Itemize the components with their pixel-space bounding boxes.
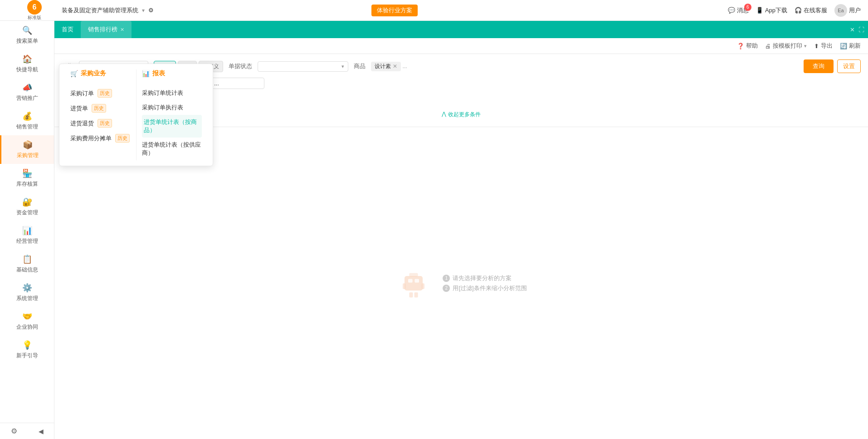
print-btn[interactable]: 🖨 按模板打印 ▾ — [765, 42, 807, 50]
tab-sales-rank[interactable]: 销售排行榜 ✕ — [81, 21, 132, 38]
salesman-select[interactable]: ... — [210, 78, 264, 89]
message-btn[interactable]: 💬 消息 6 — [728, 6, 749, 15]
dropdown-item-return[interactable]: 进货退货 历史 — [70, 116, 131, 131]
home-icon: 🏠 — [22, 54, 32, 64]
sidebar-item-inventory[interactable]: 🏪 库存核算 — [0, 164, 54, 192]
search-icon: 🔍 — [22, 25, 32, 35]
settings-icon[interactable]: ⚙ — [148, 7, 154, 14]
report-item-3-label: 进货单统计表（按供应商） — [142, 141, 202, 157]
tip-num-2: 2 — [443, 285, 450, 292]
app-download-btn[interactable]: 📱 App下载 — [756, 6, 787, 15]
phone-icon: 📱 — [756, 7, 763, 14]
voucher-status-select[interactable]: ▾ — [258, 61, 348, 72]
purchase-icon: 📦 — [23, 140, 33, 150]
tab-home[interactable]: 首页 — [54, 21, 81, 38]
goods-label: 商品 — [354, 62, 366, 70]
sidebar-label-basic-info: 基础信息 — [16, 266, 38, 274]
sidebar-item-search[interactable]: 🔍 搜索菜单 — [0, 21, 54, 49]
dropdown-item-inbound[interactable]: 进货单 历史 — [70, 101, 131, 116]
sidebar-item-finance[interactable]: 🔐 资金管理 — [0, 192, 54, 221]
user-btn[interactable]: Ea 用户 — [834, 4, 861, 17]
collapse-icon: ⋀ — [442, 111, 446, 118]
user-label: 用户 — [849, 6, 861, 15]
sidebar-label-search: 搜索菜单 — [16, 37, 38, 45]
sidebar-item-quick-nav[interactable]: 🏠 快捷导航 — [0, 49, 54, 78]
svg-rect-4 — [422, 283, 424, 289]
purchase-col-icon: 🛒 — [70, 70, 78, 77]
message-badge: 6 — [744, 4, 751, 11]
goods-dotdot[interactable]: ... — [403, 63, 407, 69]
basic-info-icon: 📋 — [22, 254, 32, 264]
dropdown-item-return-label: 进货退货 — [70, 119, 94, 128]
sidebar-item-marketing[interactable]: 📣 营销推广 — [0, 78, 54, 107]
tab-expand-icon[interactable]: ⛶ — [858, 26, 864, 33]
goods-tag-close[interactable]: ✕ — [393, 63, 397, 69]
tip-text-2: 用[过滤]条件来缩小分析范围 — [453, 284, 527, 292]
dropdown-item-report-1[interactable]: 采购订单执行表 — [142, 100, 202, 115]
svg-rect-6 — [414, 292, 418, 297]
settings-button[interactable]: 设置 — [837, 59, 861, 73]
history-badge-1: 历史 — [92, 104, 106, 113]
report-item-1-label: 采购订单执行表 — [142, 104, 183, 112]
sidebar-item-sales[interactable]: 💰 销售管理 — [0, 107, 54, 135]
tip-text-1: 请先选择要分析的方案 — [453, 274, 512, 282]
empty-state: 1 请先选择要分析的方案 2 用[过滤]条件来缩小分析范围 — [54, 127, 868, 439]
sidebar-item-guide[interactable]: 💡 新手引导 — [0, 335, 54, 364]
refresh-btn[interactable]: 🔄 刷新 — [840, 42, 861, 50]
sidebar-settings-icon[interactable]: ⚙ — [11, 427, 17, 435]
empty-content: 1 请先选择要分析的方案 2 用[过滤]条件来缩小分析范围 — [395, 265, 527, 301]
tab-bar: 首页 销售排行榜 ✕ ✕ ⛶ — [54, 21, 868, 38]
purchase-col-label: 采购业务 — [81, 69, 106, 78]
report-col-icon: 📊 — [142, 70, 150, 77]
tab-close-all-icon[interactable]: ✕ — [850, 26, 855, 33]
empty-tip-2: 2 用[过滤]条件来缩小分析范围 — [443, 284, 527, 292]
sidebar-label-sales: 销售管理 — [16, 123, 38, 131]
voucher-status-chevron: ▾ — [341, 64, 344, 69]
sidebar-label-operations: 经营管理 — [16, 237, 38, 245]
query-button[interactable]: 查询 — [804, 59, 834, 73]
history-badge-3: 历史 — [115, 134, 130, 143]
empty-tip-1: 1 请先选择要分析的方案 — [443, 274, 527, 282]
dropdown-item-expense[interactable]: 采购费用分摊单 历史 — [70, 131, 131, 146]
app-download-label: App下载 — [765, 6, 787, 15]
tab-bar-right: ✕ ⛶ — [850, 26, 868, 33]
print-chevron[interactable]: ▾ — [804, 43, 807, 49]
export-btn[interactable]: ⬆ 导出 — [814, 42, 833, 50]
sidebar: 🔍 搜索菜单 🏠 快捷导航 📣 营销推广 💰 销售管理 📦 采购管理 🏪 库存核… — [0, 21, 54, 439]
online-service-label: 在线客服 — [804, 6, 827, 15]
system-title-chevron[interactable]: ▾ — [142, 7, 145, 14]
tab-close-icon[interactable]: ✕ — [120, 27, 124, 33]
sidebar-collapse-icon[interactable]: ◀ — [39, 428, 44, 435]
sidebar-item-cooperation[interactable]: 🤝 企业协同 — [0, 307, 54, 335]
cooperation-icon: 🤝 — [22, 311, 32, 321]
sidebar-item-system[interactable]: ⚙️ 系统管理 — [0, 278, 54, 307]
svg-rect-3 — [403, 283, 405, 289]
dropdown-item-inbound-label: 进货单 — [70, 104, 88, 113]
dropdown-item-purchase-order-label: 采购订单 — [70, 89, 94, 98]
help-icon: ❓ — [737, 43, 744, 49]
logo-char: 6 — [33, 3, 37, 11]
print-icon: 🖨 — [765, 43, 771, 49]
dropdown-item-report-2[interactable]: 进货单统计表（按商品） — [142, 115, 202, 138]
report-col-title: 📊 报表 — [142, 69, 202, 80]
sidebar-label-system: 系统管理 — [16, 295, 38, 302]
sidebar-item-purchase[interactable]: 📦 采购管理 — [0, 135, 54, 164]
sidebar-item-operations[interactable]: 📊 经营管理 — [0, 221, 54, 250]
tab-home-label: 首页 — [62, 25, 73, 34]
dropdown-menu: 🛒 采购业务 采购订单 历史 进货单 历史 进货退货 历史 采购费用分摊单 历史 — [59, 64, 213, 166]
goods-filter-area: 设计素 ✕ ... — [371, 62, 407, 71]
sales-icon: 💰 — [22, 111, 32, 121]
online-service-btn[interactable]: 🎧 在线客服 — [795, 6, 827, 15]
export-label: 导出 — [821, 42, 833, 50]
system-title-area: 装备及固定资产辅助管理系统 ▾ ⚙ — [62, 6, 371, 15]
help-label: 帮助 — [746, 42, 758, 50]
sidebar-item-basic-info[interactable]: 📋 基础信息 — [0, 250, 54, 278]
sidebar-label-finance: 资金管理 — [16, 209, 38, 217]
dropdown-item-report-0[interactable]: 采购订单统计表 — [142, 86, 202, 100]
dropdown-item-purchase-order[interactable]: 采购订单 历史 — [70, 86, 131, 101]
dropdown-item-report-3[interactable]: 进货单统计表（按供应商） — [142, 138, 202, 160]
help-btn[interactable]: ❓ 帮助 — [737, 42, 758, 50]
message-icon: 💬 — [728, 7, 735, 14]
sidebar-label-quick-nav: 快捷导航 — [16, 66, 38, 74]
industry-btn[interactable]: 体验行业方案 — [371, 5, 418, 16]
